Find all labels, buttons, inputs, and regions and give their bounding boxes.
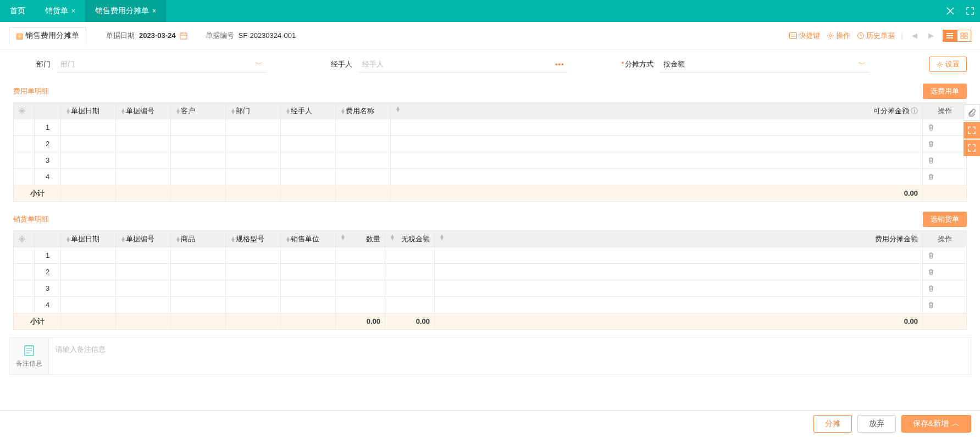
sales-subtotal-row: 小计 0.00 0.00 0.00 [14,313,967,330]
next-arrow-icon[interactable]: ▶ [926,31,936,40]
col-unit[interactable]: ▲▼销售单位 [281,231,336,247]
gear-icon [936,61,943,68]
remarks-label-block: 备注信息 [9,338,49,374]
delete-icon[interactable] [927,157,962,164]
calendar-icon[interactable] [179,31,188,40]
expand-button-2[interactable] [964,140,980,156]
delete-icon[interactable] [927,140,962,148]
note-icon [23,345,35,357]
col-num[interactable]: ▲▼单据编号 [116,231,171,247]
view-toggle [943,30,971,42]
view-list-button[interactable] [943,30,957,42]
col-op: 操作 [923,231,967,247]
close-icon[interactable]: × [71,7,75,15]
col-feename[interactable]: ▲▼费用名称 [336,103,391,119]
remarks-input[interactable]: 请输入备注信息 [49,338,971,374]
table-row[interactable]: 4 [14,169,967,185]
col-qty[interactable]: ▲▼数量 [336,231,385,247]
expand-button-1[interactable] [964,122,980,139]
delete-icon[interactable] [927,124,962,131]
allocate-button[interactable]: 分摊 [813,415,852,416]
document-type-tab[interactable]: ▦ 销售费用分摊单 [9,27,86,45]
close-icon[interactable]: × [152,7,156,15]
fullscreen-button[interactable] [960,0,980,22]
dept-select[interactable]: 部门 ﹀ [57,56,266,73]
delete-icon[interactable] [927,301,962,309]
col-notax[interactable]: ▲▼无税金额 [385,231,435,247]
svg-point-10 [21,238,23,240]
more-icon: ••• [555,60,564,68]
tab-sales-fee-alloc[interactable]: 销售费用分摊单× [85,0,166,22]
gear-column[interactable] [14,231,35,247]
col-product[interactable]: ▲▼商品 [171,231,226,247]
delete-icon[interactable] [927,252,962,259]
sales-section-title: 销货单明细 [13,214,49,224]
operations-link[interactable]: 操作 [827,31,850,41]
table-row[interactable]: 1 [14,119,967,136]
save-new-button[interactable]: 保存&新增︿ [901,415,971,416]
col-num[interactable]: ▲▼单据编号 [116,103,171,119]
settings-button[interactable]: 设置 [929,57,967,72]
table-row[interactable]: 1 [14,247,967,264]
top-tab-bar: 首页 销货单× 销售费用分摊单× [0,0,980,22]
paperclip-icon [967,108,976,117]
svg-point-2 [829,35,832,37]
tab-sales-order[interactable]: 销货单× [35,0,85,22]
delete-icon[interactable] [927,285,962,292]
view-grid-button[interactable] [957,30,971,42]
fee-detail-section: 费用单明细 选费用单 ▲▼单据日期 ▲▼单据编号 ▲▼客户 ▲▼部门 ▲▼经手人… [0,84,980,202]
side-rail [964,104,980,157]
chevron-down-icon: ﹀ [256,59,263,69]
separator: | [901,31,903,40]
svg-point-9 [21,110,23,112]
delete-icon[interactable] [927,268,962,276]
col-dept[interactable]: ▲▼部门 [226,103,281,119]
remarks-panel: 备注信息 请输入备注信息 [9,338,971,375]
svg-rect-6 [961,36,964,38]
dept-group: 部门 部门 ﹀ [13,56,315,73]
gear-icon [827,32,834,40]
history-link[interactable]: 历史单据 [857,31,895,41]
svg-point-8 [939,63,941,65]
col-spec[interactable]: ▲▼规格型号 [226,231,281,247]
tab-home[interactable]: 首页 [0,0,35,22]
expand-icon [967,126,976,135]
gear-column[interactable] [14,103,35,119]
table-row[interactable]: 3 [14,280,967,297]
delete-icon[interactable] [927,173,962,181]
prev-arrow-icon[interactable]: ◀ [910,31,920,40]
method-select[interactable]: 按金额 ﹀ [660,56,869,73]
select-fee-button[interactable]: 选费用单 [923,84,967,99]
table-row[interactable]: 2 [14,136,967,152]
shortcut-link[interactable]: 快捷键 [789,31,820,41]
table-row[interactable]: 3 [14,152,967,169]
fee-subtotal-row: 小计 0.00 [14,185,967,202]
docnum-label: 单据编号 [206,31,234,41]
handler-select[interactable]: 经手人 ••• [359,56,568,73]
col-handler[interactable]: ▲▼经手人 [281,103,336,119]
sales-table: ▲▼单据日期 ▲▼单据编号 ▲▼商品 ▲▼规格型号 ▲▼销售单位 ▲▼数量 ▲▼… [13,230,967,330]
svg-rect-5 [965,33,967,35]
select-sales-button[interactable]: 选销货单 [923,212,967,227]
method-label: *分摊方式 [616,59,660,69]
rownum-header [35,231,61,247]
attachment-button[interactable] [964,104,980,121]
table-row[interactable]: 2 [14,264,967,280]
col-feealloc[interactable]: ▲▼费用分摊金额 [435,231,923,247]
dept-label: 部门 [13,59,57,69]
col-op: 操作 [923,103,967,119]
fee-section-title: 费用单明细 [13,86,49,96]
date-value[interactable]: 2023-03-24 [139,31,176,40]
close-panel-button[interactable] [940,0,960,22]
col-date[interactable]: ▲▼单据日期 [61,231,116,247]
col-customer[interactable]: ▲▼客户 [171,103,226,119]
table-row[interactable]: 4 [14,297,967,313]
chevron-down-icon: ﹀ [859,59,866,69]
discard-button[interactable]: 放弃 [857,415,896,416]
col-date[interactable]: ▲▼单据日期 [61,103,116,119]
svg-rect-4 [961,33,964,35]
history-icon [857,32,865,40]
rownum-header [35,103,61,119]
help-icon[interactable]: ⓘ [911,107,918,115]
col-allocamt[interactable]: ▲▼可分摊金额ⓘ [391,103,923,119]
